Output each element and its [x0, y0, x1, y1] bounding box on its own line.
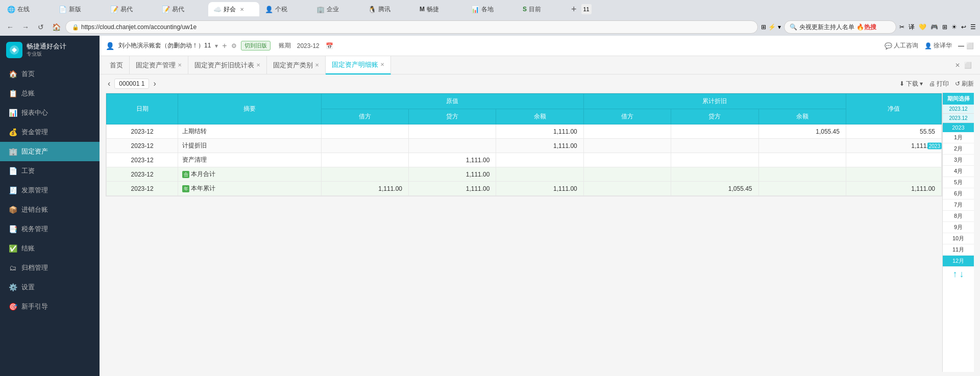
page-prev-button[interactable]: ‹	[106, 79, 112, 88]
tab-detail[interactable]: 固定资产明细账 ✕	[326, 56, 391, 74]
browser-tab-tencent[interactable]: 🐧 腾讯	[363, 2, 414, 16]
translate-icon[interactable]: 译	[909, 23, 915, 32]
browser-tab-online[interactable]: 🌐 在线	[2, 2, 53, 16]
tab-expand-icon[interactable]: ⬜	[964, 62, 972, 69]
app-container: 畅捷通好会计 专业版 🏠 首页 📋 总账 📊 报表中心 💰 资金管理 �	[0, 36, 980, 376]
page-next-button[interactable]: ›	[151, 79, 158, 88]
browser-tab-changjie[interactable]: M 畅捷	[414, 2, 465, 16]
scissors-icon[interactable]: ✂	[899, 23, 904, 31]
browser-tab-muqian[interactable]: S 目前	[518, 2, 569, 16]
lightning-icon[interactable]: ⚡	[768, 23, 776, 31]
sidebar-label-home: 首页	[21, 69, 35, 79]
extensions-icon[interactable]: ⊞	[761, 23, 766, 31]
home-nav-button[interactable]: 🏠	[50, 21, 62, 33]
period-month-3[interactable]: 3月	[943, 155, 974, 166]
browser-tab-gedi[interactable]: 📊 各地	[466, 2, 517, 16]
sidebar-item-fixed-assets[interactable]: 🏢 固定资产	[0, 142, 100, 161]
sidebar-item-settings[interactable]: ⚙️ 设置	[0, 278, 100, 297]
sidebar-item-reports[interactable]: 📊 报表中心	[0, 103, 100, 122]
tab-category[interactable]: 固定资产类别 ✕	[267, 56, 326, 74]
forward-button[interactable]: →	[19, 21, 32, 33]
search-box[interactable]: 🔍 央视更新主持人名单 🔥热搜	[784, 20, 896, 34]
th-orig-balance: 余额	[496, 109, 583, 124]
sidebar-item-closing[interactable]: ✅ 结账	[0, 239, 100, 258]
tab-close-depreciation[interactable]: ✕	[256, 62, 260, 68]
sidebar-item-guide[interactable]: 🎯 新手引导	[0, 297, 100, 316]
switch-version-button[interactable]: 切到旧版	[241, 41, 271, 51]
brightness-icon[interactable]: ☀	[951, 23, 957, 31]
new-tab-button[interactable]: +	[571, 4, 577, 15]
th-orig-debit: 借方	[321, 109, 408, 124]
download-button[interactable]: ⬇ 下载 ▾	[899, 80, 923, 88]
browser-tab-haohui[interactable]: ☁️ 好会 ✕	[208, 2, 259, 16]
browser-tab-geshui[interactable]: 👤 个税	[260, 2, 311, 16]
th-summary: 摘要	[178, 94, 321, 124]
scroll-up-icon[interactable]: ↑	[953, 269, 958, 280]
sidebar-item-home[interactable]: 🏠 首页	[0, 64, 100, 84]
period-month-1[interactable]: 1月	[943, 132, 974, 143]
add-account-icon[interactable]: +	[222, 41, 227, 51]
tab-close-category[interactable]: ✕	[315, 62, 319, 68]
tab-close-detail[interactable]: ✕	[380, 62, 384, 67]
refresh-button[interactable]: ↺ 刷新	[955, 80, 974, 88]
sidebar-label-stock: 进销台账	[21, 205, 48, 214]
tab-count-badge[interactable]: 11	[581, 4, 592, 14]
sidebar-item-stock[interactable]: 📦 进销台账	[0, 200, 100, 219]
browser-tab-qiye[interactable]: 🏢 企业	[311, 2, 362, 16]
menu-icon[interactable]: ☰	[970, 23, 976, 31]
help-button[interactable]: 💬 人工咨询	[885, 41, 918, 50]
tab-home-label: 首页	[110, 61, 123, 70]
cell-orig-credit: 1,111.00	[409, 153, 496, 167]
user-avatar-icon: 👤	[106, 42, 114, 50]
period-month-4[interactable]: 4月	[943, 166, 974, 177]
period-month-8[interactable]: 8月	[943, 211, 974, 222]
period-month-11[interactable]: 11月	[943, 244, 974, 256]
period-month-2[interactable]: 2月	[943, 143, 974, 155]
minimize-icon[interactable]: —	[958, 42, 964, 49]
period-month-12[interactable]: 12月	[943, 256, 974, 267]
period-month-10[interactable]: 10月	[943, 233, 974, 244]
period-month-6[interactable]: 6月	[943, 188, 974, 199]
tab-close-icon[interactable]: ✕	[240, 7, 244, 12]
tab-fixed-assets[interactable]: 固定资产管理 ✕	[130, 56, 188, 74]
tab-home[interactable]: 首页	[104, 56, 130, 74]
user-profile-button[interactable]: 👤 徐译华	[924, 41, 952, 50]
period-month-5[interactable]: 5月	[943, 177, 974, 188]
period-month-7[interactable]: 7月	[943, 199, 974, 211]
sidebar-item-invoice[interactable]: 🧾 发票管理	[0, 181, 100, 200]
tab-close-fixed-assets[interactable]: ✕	[178, 62, 182, 68]
sidebar-item-payroll[interactable]: 📄 工资	[0, 161, 100, 181]
cell-net-value	[846, 153, 941, 167]
reload-button[interactable]: ↺	[35, 21, 47, 33]
cell-orig-credit	[409, 124, 496, 139]
browser-tab-new[interactable]: 📄 新版	[54, 2, 105, 16]
sidebar-item-funds[interactable]: 💰 资金管理	[0, 122, 100, 142]
scroll-down-icon[interactable]: ↓	[960, 269, 964, 280]
dropdown-arrow-icon[interactable]: ▾	[215, 42, 218, 49]
game-icon[interactable]: 🎮	[930, 23, 938, 31]
history-icon[interactable]: ↩	[961, 23, 966, 31]
page-number[interactable]: 000001 1	[114, 79, 149, 89]
settings-small-icon[interactable]: ⚙	[231, 42, 237, 49]
back-button[interactable]: ←	[4, 21, 16, 33]
summary-icon: 合	[182, 171, 189, 178]
sidebar-logo: 畅捷通好会计 专业版	[0, 36, 100, 64]
sidebar-item-tax[interactable]: 📑 税务管理	[0, 219, 100, 239]
tab-depreciation[interactable]: 固定资产折旧统计表 ✕	[188, 56, 267, 74]
sidebar-item-archive[interactable]: 🗂 归档管理	[0, 258, 100, 278]
sidebar-item-ledger[interactable]: 📋 总账	[0, 84, 100, 103]
print-button[interactable]: 🖨 打印	[929, 80, 949, 88]
maximize-icon[interactable]: ⬜	[966, 42, 974, 49]
period-month-9[interactable]: 9月	[943, 222, 974, 233]
url-input[interactable]: 🔒 https://cloud.chanjet.com/accounting/u…	[65, 20, 758, 34]
browser-tab-yidai2[interactable]: 📝 易代	[157, 2, 208, 16]
wallet-icon[interactable]: 💛	[919, 23, 926, 31]
cell-date: 2023-12	[107, 167, 178, 182]
dropdown-icon[interactable]: ▾	[778, 23, 781, 31]
tab-close-all-icon[interactable]: ✕	[955, 62, 960, 69]
browser-tab-yidai1[interactable]: 📝 易代	[105, 2, 156, 16]
cell-date: 2023-12	[107, 124, 178, 139]
grid-icon[interactable]: ⊞	[942, 23, 947, 31]
year-badge[interactable]: 2023	[927, 142, 942, 149]
calendar-icon[interactable]: 📅	[326, 42, 333, 49]
